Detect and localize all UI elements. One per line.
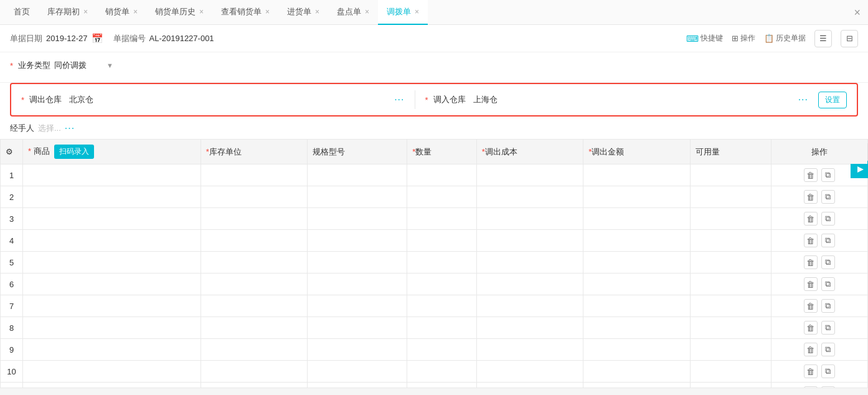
tab-sales-order[interactable]: 销货单 ×	[97, 0, 146, 25]
cost-cell[interactable]	[476, 339, 583, 361]
spec-cell[interactable]	[308, 164, 407, 186]
business-type-dropdown[interactable]: 同价调拨 ▼	[54, 60, 113, 71]
transfer-in-more-btn[interactable]: ···	[798, 94, 808, 105]
spec-cell[interactable]	[308, 383, 407, 388]
quantity-cell[interactable]	[407, 164, 476, 186]
quantity-cell[interactable]	[407, 230, 476, 252]
cost-cell[interactable]	[476, 186, 583, 208]
unit-cell[interactable]	[200, 186, 308, 208]
date-value[interactable]: 2019-12-27	[46, 34, 88, 43]
delete-row-btn[interactable]: 🗑	[804, 321, 818, 335]
quantity-cell[interactable]	[407, 252, 476, 274]
unit-cell[interactable]	[200, 383, 308, 388]
delete-row-btn[interactable]: 🗑	[804, 277, 818, 291]
tab-inventory-init[interactable]: 库存期初 ×	[39, 0, 97, 25]
product-cell[interactable]	[23, 339, 201, 361]
cost-cell[interactable]	[476, 252, 583, 274]
spec-cell[interactable]	[308, 230, 407, 252]
delete-row-btn[interactable]: 🗑	[804, 212, 818, 226]
product-cell[interactable]	[23, 274, 201, 295]
th-settings[interactable]: ⚙	[1, 140, 23, 164]
tab-purchase-close[interactable]: ×	[315, 8, 319, 16]
product-cell[interactable]	[23, 361, 201, 383]
delete-row-btn[interactable]: 🗑	[804, 234, 818, 247]
settings-button[interactable]: 设置	[818, 92, 847, 108]
product-cell[interactable]	[23, 383, 201, 388]
delete-row-btn[interactable]: 🗑	[804, 299, 818, 313]
unit-cell[interactable]	[200, 208, 308, 230]
handler-more-btn[interactable]: ···	[65, 123, 75, 134]
amount-cell[interactable]	[583, 230, 691, 252]
cost-cell[interactable]	[476, 361, 583, 383]
delete-row-btn[interactable]: 🗑	[804, 255, 818, 269]
calendar-icon[interactable]: 📅	[92, 33, 103, 44]
amount-cell[interactable]	[583, 208, 691, 230]
unit-cell[interactable]	[200, 339, 308, 361]
copy-row-btn[interactable]: ⧉	[821, 364, 835, 378]
handler-select[interactable]: 选择...	[38, 123, 61, 134]
amount-cell[interactable]	[583, 383, 691, 388]
tab-purchase[interactable]: 进货单 ×	[278, 0, 328, 25]
product-cell[interactable]	[23, 317, 201, 339]
tab-sales-order-close[interactable]: ×	[133, 8, 138, 16]
list-view-btn[interactable]: ☰	[814, 30, 832, 47]
cost-cell[interactable]	[476, 230, 583, 252]
transfer-out-more-btn[interactable]: ···	[394, 94, 404, 105]
shortcut-link[interactable]: ⌨ 快捷键	[686, 33, 723, 44]
copy-row-btn[interactable]: ⧉	[821, 168, 835, 182]
copy-row-btn[interactable]: ⧉	[821, 190, 835, 204]
amount-cell[interactable]	[583, 339, 691, 361]
cost-cell[interactable]	[476, 295, 583, 317]
spec-cell[interactable]	[308, 208, 407, 230]
product-cell[interactable]	[23, 230, 201, 252]
tab-view-sales-close[interactable]: ×	[265, 8, 270, 16]
delete-row-btn[interactable]: 🗑	[804, 364, 818, 378]
cost-cell[interactable]	[476, 317, 583, 339]
unit-cell[interactable]	[200, 317, 308, 339]
quantity-cell[interactable]	[407, 339, 476, 361]
product-cell[interactable]	[23, 186, 201, 208]
amount-cell[interactable]	[583, 252, 691, 274]
unit-cell[interactable]	[200, 361, 308, 383]
spec-cell[interactable]	[308, 317, 407, 339]
amount-cell[interactable]	[583, 186, 691, 208]
amount-cell[interactable]	[583, 274, 691, 295]
operations-link[interactable]: ⊞ 操作	[732, 33, 755, 44]
quantity-cell[interactable]	[407, 383, 476, 388]
product-cell[interactable]	[23, 208, 201, 230]
spec-cell[interactable]	[308, 295, 407, 317]
cost-cell[interactable]	[476, 164, 583, 186]
copy-row-btn[interactable]: ⧉	[821, 234, 835, 247]
tab-transfer-close[interactable]: ×	[415, 8, 419, 16]
product-cell[interactable]	[23, 252, 201, 274]
unit-cell[interactable]	[200, 274, 308, 295]
tab-bar-close-btn[interactable]: ×	[854, 6, 861, 19]
transfer-in-value[interactable]: 上海仓	[473, 94, 498, 105]
copy-row-btn[interactable]: ⧉	[821, 343, 835, 356]
quantity-cell[interactable]	[407, 208, 476, 230]
quantity-cell[interactable]	[407, 186, 476, 208]
delete-row-btn[interactable]: 🗑	[804, 168, 818, 182]
cost-cell[interactable]	[476, 208, 583, 230]
spec-cell[interactable]	[308, 339, 407, 361]
copy-row-btn[interactable]: ⧉	[821, 321, 835, 335]
copy-row-btn[interactable]: ⧉	[821, 212, 835, 226]
unit-cell[interactable]	[200, 252, 308, 274]
cost-cell[interactable]	[476, 274, 583, 295]
quantity-cell[interactable]	[407, 274, 476, 295]
scan-btn[interactable]: 扫码录入	[54, 145, 94, 159]
grid-view-btn[interactable]: ⊟	[841, 30, 858, 47]
tab-inventory-init-close[interactable]: ×	[83, 8, 88, 16]
amount-cell[interactable]	[583, 361, 691, 383]
copy-row-btn[interactable]: ⧉	[821, 299, 835, 313]
copy-row-btn[interactable]: ⧉	[821, 277, 835, 291]
unit-cell[interactable]	[200, 164, 308, 186]
product-cell[interactable]	[23, 295, 201, 317]
quantity-cell[interactable]	[407, 317, 476, 339]
copy-row-btn[interactable]: ⧉	[821, 255, 835, 269]
delete-row-btn[interactable]: 🗑	[804, 190, 818, 204]
tab-view-sales[interactable]: 查看销货单 ×	[212, 0, 278, 25]
tab-sales-history[interactable]: 销货单历史 ×	[146, 0, 212, 25]
quantity-cell[interactable]	[407, 361, 476, 383]
tab-transfer[interactable]: 调拨单 ×	[378, 0, 428, 25]
